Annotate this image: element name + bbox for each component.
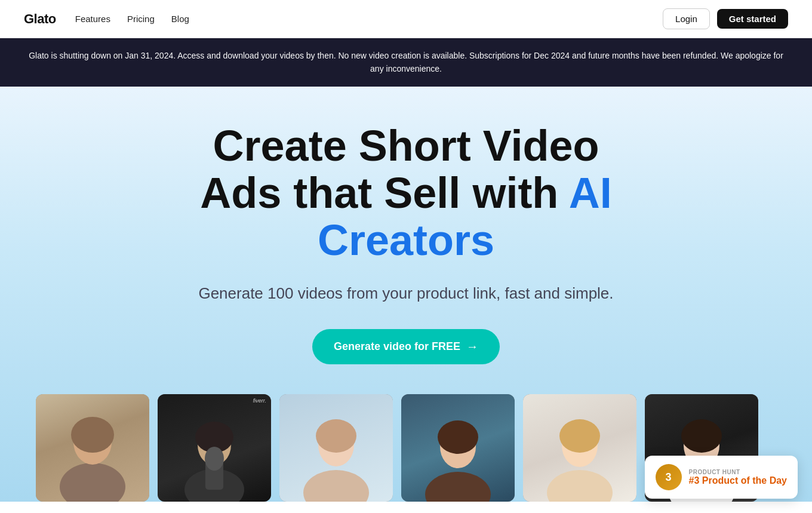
announcement-text: Glato is shutting down on Jan 31, 2024. …	[24, 49, 788, 76]
hero-title: Create Short Video Ads that Sell with AI…	[200, 122, 611, 265]
ph-rank: 3	[666, 471, 672, 484]
hero-section: Create Short Video Ads that Sell with AI…	[0, 87, 812, 502]
video-card-2: fiverr.	[158, 394, 271, 502]
svg-point-19	[681, 419, 722, 453]
logo[interactable]: Glato	[24, 11, 56, 27]
cta-button[interactable]: Generate video for FREE →	[312, 329, 500, 364]
navbar-left: Glato Features Pricing Blog	[24, 11, 189, 27]
login-button[interactable]: Login	[663, 8, 710, 29]
video-card-4	[401, 394, 515, 502]
video-card-3	[279, 394, 393, 502]
svg-point-11	[425, 472, 491, 502]
announcement-banner: Glato is shutting down on Jan 31, 2024. …	[0, 38, 812, 87]
svg-point-16	[559, 419, 600, 453]
hero-title-line3: Creators	[318, 216, 494, 264]
hero-title-highlight: AI	[569, 169, 612, 217]
nav-link-features[interactable]: Features	[75, 14, 110, 24]
cta-label: Generate video for FREE	[334, 340, 460, 353]
nav-link-pricing[interactable]: Pricing	[127, 14, 155, 24]
svg-point-8	[303, 470, 369, 502]
ph-label: PRODUCT HUNT	[689, 469, 787, 475]
video-card-1	[36, 394, 149, 502]
svg-point-2	[71, 417, 114, 453]
svg-point-10	[316, 419, 356, 453]
navbar: Glato Features Pricing Blog Login Get st…	[0, 0, 812, 38]
cta-arrow-icon: →	[466, 340, 478, 354]
svg-point-0	[60, 463, 125, 502]
hero-title-line1: Create Short Video	[213, 122, 599, 170]
hero-title-line2: Ads that Sell with	[200, 169, 568, 217]
nav-links: Features Pricing Blog	[75, 14, 189, 24]
nav-link-blog[interactable]: Blog	[171, 14, 189, 24]
hero-subtitle: Generate 100 videos from your product li…	[198, 282, 613, 305]
product-hunt-badge[interactable]: 3 PRODUCT HUNT #3 Product of the Day	[645, 456, 798, 499]
svg-point-7	[205, 447, 224, 471]
navbar-right: Login Get started	[663, 8, 788, 29]
ph-medal: 3	[656, 464, 682, 490]
ph-title: #3 Product of the Day	[689, 475, 787, 486]
get-started-button[interactable]: Get started	[717, 9, 788, 29]
svg-point-14	[547, 470, 613, 502]
svg-point-13	[438, 420, 478, 454]
video-card-5	[523, 394, 636, 502]
ph-text: PRODUCT HUNT #3 Product of the Day	[689, 469, 787, 486]
